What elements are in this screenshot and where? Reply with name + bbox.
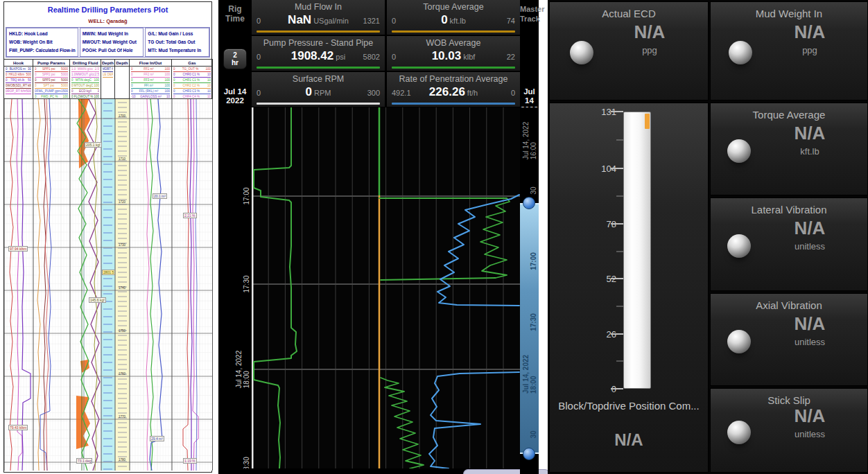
curve-value-label: 2801.5 (102, 270, 115, 275)
gauge-torque-average[interactable]: Torque Average0740kft.lb (387, 0, 520, 35)
curve-def-column: 0SPP1 psi50000SPP2 psi50000SPP3 psi50000… (33, 67, 70, 98)
tile-mud-weight-in[interactable]: Mud Weight In N/A ppg (710, 1, 868, 100)
tile-value: N/A kft.lb (752, 123, 867, 157)
time-track-panel: Rig Time 2 hr Jul 14 2022 17:0017:30Jul … (218, 0, 539, 474)
track-header: Gas (172, 60, 213, 66)
tile-title: Stick Slip (711, 394, 867, 406)
tile-lateral-vibration[interactable]: Lateral Vibration N/A unitless (710, 198, 868, 291)
curve-def: 0WOB(SD)_RT klb50 (6, 83, 31, 89)
gauge-tick (611, 278, 623, 279)
gauge-minor-tick (616, 251, 623, 252)
curve-def: 0TRQ kft.lb50 (6, 78, 31, 83)
curve-def: 0CHR0 C1 %10 (173, 72, 211, 78)
curve-def: 0FWL_PUMP gpm1500 (35, 89, 68, 94)
gauge-min: 0 (257, 17, 261, 25)
time-axis: 17:0017:30Jul 14, 202218:008:30 (218, 107, 252, 468)
curve-def: MDBT ft (103, 67, 113, 72)
gauge-bar (623, 112, 651, 389)
curve-value-label: 2.21 % (183, 213, 197, 218)
tile-torque-average[interactable]: Torque Average N/A kft.lb (710, 103, 868, 195)
master-track[interactable]: Jul 14, 202216:003017:0017:30Jul 14, 202… (520, 107, 539, 468)
curve-def: -10GAIN/LOSS m³10 (131, 94, 170, 98)
curve-def: 0SPP2 psi5000 (35, 72, 68, 78)
tile-value: N/A ppg (591, 21, 708, 55)
gauge-title: Pump Pressure - Stand Pipe (252, 38, 385, 48)
gauge-minor-tick (616, 196, 623, 197)
svg-text:1710: 1710 (119, 157, 126, 161)
curve-def-column: 1.0MWIN g/cc2.51.0MWOUT g/cc2.50MTIN deg… (70, 67, 101, 98)
gauge-bar (392, 103, 515, 105)
curve-def: 0TG_OUT %100 (173, 67, 211, 72)
gauge-bar (257, 67, 380, 69)
legend: HKLD: Hook LoadWOB: Weight On BitFWI_PUM… (6, 27, 210, 58)
gauge-value: 10.03klbf (408, 49, 499, 63)
tile-actual-ecd[interactable]: Actual ECD N/A ppg (549, 1, 709, 100)
legend-box: MWIN: Mud Weight InMWOUT: Mud Weight Out… (80, 28, 144, 57)
curve-value-label: 97.94 klbm (8, 246, 28, 252)
gauge-max: 1321 (363, 17, 380, 25)
curve-value-label: 79.43 klbm (8, 425, 28, 430)
interval-2hr-button[interactable]: 2 hr (223, 49, 247, 69)
curve-def: 0FF1 m³100 (131, 67, 170, 72)
svg-text:1740: 1740 (119, 286, 126, 290)
legend-entry: HKLD: Hook Load (9, 30, 76, 38)
curve-def: HOLE DEPTH (103, 72, 113, 78)
gauge-value: 226.26ft/h (408, 85, 499, 99)
drilling-dashboard: Realtime Drilling Parameters Plot WELL: … (0, 0, 868, 474)
track-headers: HookPump ParamsDrilling FluidDepthDepthF… (4, 59, 213, 67)
curve-value-label: 145.6 kgf (89, 297, 106, 303)
curve-def: 0BLKPOS m30 (6, 67, 31, 72)
gauge-rop-average[interactable]: Rate of Penetration Average492.10226.26f… (387, 72, 520, 107)
curve-def: 0MTOUT degC100 (71, 83, 99, 89)
gauge-value: 1908.42psi (272, 49, 364, 63)
time-chart-svg (252, 107, 520, 468)
log-plot: 170017101720173017401750176017701780 97.… (4, 99, 213, 471)
left-rail: Rig Time 2 hr Jul 14 2022 17:0017:30Jul … (218, 0, 252, 474)
curve-value-label: 1.19 % (183, 458, 197, 464)
range-handle[interactable] (523, 197, 535, 209)
tile-value: N/A unitless (752, 218, 867, 252)
tile-title: Mud Weight In (711, 8, 867, 19)
gauge-title: WOB Average (387, 38, 520, 48)
curve-def: 0SPP1 psi5000 (35, 67, 68, 72)
curve-definitions: 0BLKPOS m300HKLD klbm5000TRQ kft.lb500WO… (4, 67, 213, 99)
well-name: WELL: Qaradağ (4, 18, 211, 24)
legend-entry: WOB: Weight On Bit (9, 38, 76, 46)
curve-def-column (115, 67, 130, 98)
legend-entry: MTI: Mud Temperature In (148, 46, 207, 55)
tile-stick-slip[interactable]: Stick Slip N/A unitless (710, 388, 868, 473)
tile-value: N/A ppg (752, 21, 867, 55)
tile-value: N/A unitless (752, 405, 867, 439)
gauge-bar (392, 30, 515, 33)
log-plot-svg: 170017101720173017401750176017701780 (4, 99, 213, 471)
time-label: 17:00 (530, 252, 537, 270)
tile-title: Axial Vibration (711, 299, 867, 311)
range-handle[interactable] (523, 448, 535, 460)
tile-axial-vibration[interactable]: Axial Vibration N/A unitless (710, 293, 868, 386)
gauge-max: 300 (367, 89, 380, 97)
tile-title: Lateral Vibration (711, 204, 867, 216)
gauge-value: NaNUSgal/min (272, 13, 364, 27)
curve-def: 0CHR1 C1 %10 (173, 78, 211, 83)
gauge-pump-pressure[interactable]: Pump Pressure - Stand Pipe058021908.42ps… (252, 36, 385, 71)
tile-value: N/A unitless (752, 313, 867, 347)
gauge-wob-average[interactable]: WOB Average02210.03klbf (387, 36, 520, 71)
curve-def: 0ROP_RT ft/hr500 (6, 89, 31, 94)
status-ball-icon (727, 234, 751, 258)
legend-box: HKLD: Hook LoadWOB: Weight On BitFWI_PUM… (6, 28, 78, 57)
gauge-surface-rpm[interactable]: Surface RPM03000RPM (252, 72, 385, 107)
tile-title: Torque Average (711, 109, 867, 121)
realtime-plot-panel: Realtime Drilling Parameters Plot WELL: … (3, 1, 212, 473)
gauge-mud-flow-in[interactable]: Mud Flow In01321NaNUSgal/min (252, 0, 385, 35)
gauge-tick (611, 388, 623, 389)
curve-def: 0FF3 m³100 (131, 78, 170, 83)
curve-def: 0ECD kg/l3 (71, 89, 99, 94)
legend-entry: TG Out: Total Gas Out (148, 38, 207, 46)
curve-def: 1.0MWIN g/cc2.5 (71, 67, 99, 72)
gauge-tick (611, 168, 623, 169)
gauge-value: N/A (550, 430, 708, 450)
depth-strip-cyan (101, 99, 115, 471)
gauge-value: 0RPM (272, 85, 364, 99)
legend-entry: MWOUT: Mud Weight Out (83, 38, 141, 46)
gauge-tick (611, 111, 623, 112)
